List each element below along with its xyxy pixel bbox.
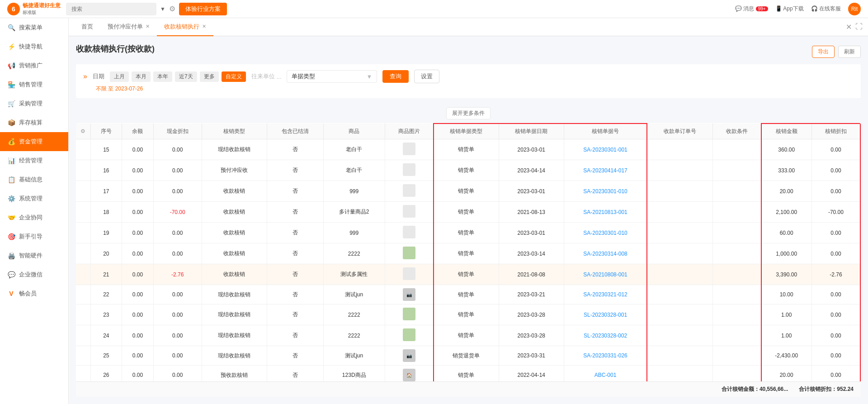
th-discount: 核销折扣 <box>811 124 860 139</box>
doc-no-link[interactable]: SA-20210813-001 <box>583 209 627 215</box>
tab-expand[interactable]: ⛶ <box>855 23 863 31</box>
sidebar-label-collab: 企业协同 <box>19 214 42 222</box>
cell-discount: 0.00 <box>811 160 860 181</box>
tab-writeoff-close[interactable]: ✕ <box>202 24 206 29</box>
sidebar-item-management[interactable]: 📊 经营管理 <box>0 151 68 170</box>
doc-no-link[interactable]: SL-20230328-001 <box>584 312 627 318</box>
doc-no-link[interactable]: SA-20230301-001 <box>583 147 627 153</box>
date-btn-thisyear[interactable]: 本年 <box>153 71 172 82</box>
sales-icon: 🏪 <box>7 81 15 89</box>
sidebar-item-collab[interactable]: 🤝 企业协同 <box>0 208 68 227</box>
app-download[interactable]: 📱 App下载 <box>775 5 804 13</box>
tab-writeoff[interactable]: 收款核销执行 ✕ <box>157 18 213 36</box>
cell-num: 21 <box>90 264 122 285</box>
sidebar-item-system[interactable]: ⚙️ 系统管理 <box>0 189 68 208</box>
th-cash-discount: 现金折扣 <box>153 124 202 139</box>
sidebar-item-sales[interactable]: 🏪 销售管理 <box>0 75 68 94</box>
expand-arrow[interactable]: » <box>83 72 87 81</box>
date-btn-more[interactable]: 更多 <box>200 71 219 82</box>
sidebar-item-quicknav[interactable]: ⚡ 快捷导航 <box>0 37 68 56</box>
cell-balance: 0.00 <box>122 202 154 223</box>
doc-no-link[interactable]: SA-20230331-026 <box>583 352 627 359</box>
sidebar-item-member[interactable]: V 畅会员 <box>0 284 68 303</box>
cell-discount: -70.00 <box>811 202 860 223</box>
date-btn-7days[interactable]: 近7天 <box>175 71 197 82</box>
doc-no-link[interactable]: SA-20210808-001 <box>583 271 627 278</box>
date-btn-custom[interactable]: 自定义 <box>222 71 246 82</box>
refresh-button[interactable]: 刷新 <box>838 46 861 58</box>
tabs-controls: ✕ ⛶ <box>846 23 863 31</box>
table-row: 15 0.00 0.00 现结收款核销 否 老白干 销货单 2023-03-01… <box>76 139 860 160</box>
cell-settled: 否 <box>267 285 323 304</box>
cell-doc-type: 销货单 <box>434 202 499 223</box>
sidebar-item-basic[interactable]: 📋 基础信息 <box>0 170 68 189</box>
sidebar-item-purchase[interactable]: 🛒 采购管理 <box>0 94 68 113</box>
doc-no-link[interactable]: ABC-001 <box>594 372 617 378</box>
cell-balance: 0.00 <box>122 366 154 382</box>
cell-payment-term <box>712 325 761 346</box>
management-icon: 📊 <box>7 157 15 165</box>
table-wrapper[interactable]: ⚙ 序号 余额 现金折扣 核销类型 包含已结清 商品 商品图片 核销单据类型 核… <box>76 123 861 381</box>
tab-home[interactable]: 首页 <box>74 18 100 36</box>
cell-settled: 否 <box>267 139 323 160</box>
main-content: 首页 预付冲应付单 ✕ 收款核销执行 ✕ ✕ ⛶ 收款核销执行(按收款) 导出 <box>69 18 868 404</box>
inventory-icon: 📦 <box>7 119 15 127</box>
date-range-display: 不限 至 2023-07-26 <box>83 85 143 93</box>
sidebar-item-guide[interactable]: 🎯 新手引导 <box>0 227 68 246</box>
doc-no-link[interactable]: SA-20230321-012 <box>583 291 627 298</box>
cell-type: 现结收款核销 <box>202 346 267 366</box>
export-button[interactable]: 导出 <box>812 46 835 58</box>
cell-doc-date: 2023-03-21 <box>499 285 564 304</box>
online-service[interactable]: 🎧 在线客服 <box>811 5 841 13</box>
cell-goods-img <box>385 243 434 264</box>
query-button[interactable]: 查询 <box>382 70 409 83</box>
user-avatar[interactable]: Rit <box>848 3 861 15</box>
msg-section[interactable]: 💬 消息 99+ <box>735 5 768 13</box>
sidebar-item-hardware[interactable]: 🖨️ 智能硬件 <box>0 246 68 265</box>
cell-amount: 333.00 <box>761 160 812 181</box>
date-btn-thismonth[interactable]: 本月 <box>132 71 151 82</box>
doc-no-link[interactable]: SA-20230301-010 <box>583 230 627 236</box>
th-payment-term: 收款条件 <box>712 124 761 139</box>
sidebar-item-finance[interactable]: 💰 资金管理 <box>0 132 68 151</box>
sidebar-label-guide: 新手引导 <box>19 233 42 241</box>
table-row: 25 0.00 0.00 现结收款核销 否 测试jun 📷 销货退货单 2023… <box>76 346 860 366</box>
doc-no-link[interactable]: SL-20230328-002 <box>584 333 627 339</box>
sidebar-item-search[interactable]: 🔍 搜索菜单 <box>0 18 68 37</box>
tab-prepay[interactable]: 预付冲应付单 ✕ <box>100 18 157 36</box>
member-icon: V <box>7 290 15 298</box>
setting-button[interactable]: 设置 <box>414 70 439 83</box>
logo: 6 畅捷通谱好生意 标准版 <box>7 2 61 16</box>
cell-order-no <box>647 285 712 304</box>
doc-no-link[interactable]: SA-20230314-008 <box>583 251 627 257</box>
cell-goods-img: 📷 <box>385 346 434 366</box>
search-input[interactable] <box>66 3 156 15</box>
sidebar-item-marketing[interactable]: 📢 营销推广 <box>0 56 68 75</box>
column-settings-icon[interactable]: ⚙ <box>80 128 85 134</box>
cell-balance: 0.00 <box>122 139 154 160</box>
dropdown-icon[interactable]: ▼ <box>160 6 165 12</box>
voucher-filter[interactable]: 单据类型 ▼ <box>287 70 377 83</box>
cell-amount: 3,390.00 <box>761 264 812 285</box>
top-buttons: 导出 刷新 <box>812 46 861 58</box>
sidebar-item-wechat[interactable]: 💬 企业微信 <box>0 265 68 284</box>
finance-icon: 💰 <box>7 138 15 146</box>
tab-prepay-close[interactable]: ✕ <box>146 24 150 29</box>
cell-payment-term <box>712 160 761 181</box>
table-row: 16 0.00 0.00 预付冲应收 否 老白干 销货单 2023-04-14 … <box>76 160 860 181</box>
cell-order-no <box>647 139 712 160</box>
tab-close-all[interactable]: ✕ <box>846 23 852 31</box>
settings-icon[interactable]: ⚙ <box>169 5 175 13</box>
doc-no-link[interactable]: SA-20230301-010 <box>583 188 627 195</box>
cell-payment-term <box>712 304 761 325</box>
cell-doc-no: SA-20210813-001 <box>564 202 647 223</box>
date-btn-lastmonth[interactable]: 上月 <box>110 71 129 82</box>
cell-order-no <box>647 243 712 264</box>
filter-content: » 日期 上月 本月 本年 近7天 更多 自定义 往来单位 ... <box>83 70 439 93</box>
expand-conditions-btn[interactable]: 展开更多条件 <box>446 107 491 119</box>
sidebar-item-inventory[interactable]: 📦 库存核算 <box>0 113 68 132</box>
cell-settings <box>76 223 90 243</box>
trial-button[interactable]: 体验行业方案 <box>179 3 227 15</box>
doc-no-link[interactable]: SA-20230414-017 <box>583 167 627 174</box>
guide-icon: 🎯 <box>7 233 15 241</box>
